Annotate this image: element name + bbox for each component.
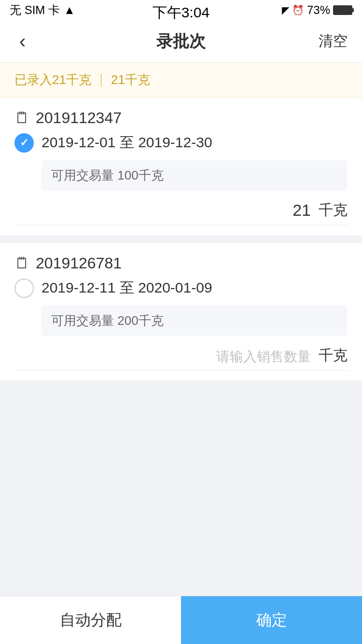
batch-card-2: 🗒 2019126781 2019-12-11 至 2020-01-09 可用交… xyxy=(0,243,362,380)
page-title: 录批次 xyxy=(156,30,206,53)
clear-button[interactable]: 清空 xyxy=(319,31,348,51)
nav-bar: ‹ 录批次 清空 xyxy=(0,20,362,63)
section-divider xyxy=(0,235,362,243)
confirm-button[interactable]: 确定 xyxy=(181,596,362,644)
batch-date-2: 2019-12-11 至 2020-01-09 xyxy=(42,278,212,298)
auto-distribute-button[interactable]: 自动分配 xyxy=(0,596,181,644)
bottom-area xyxy=(0,380,362,598)
batch-avail-1: 可用交易量 100千克 xyxy=(51,168,164,182)
location-icon: ◤ xyxy=(282,4,289,16)
bottom-buttons: 自动分配 确定 xyxy=(0,596,362,644)
info-label: 已录入21千克 xyxy=(14,71,91,88)
batch-date-1: 2019-12-01 至 2019-12-30 xyxy=(42,133,212,153)
info-value: 21千克 xyxy=(111,71,150,88)
info-separator xyxy=(101,73,101,87)
battery-icon xyxy=(333,5,352,15)
batch-date-row-2[interactable]: 2019-12-11 至 2020-01-09 xyxy=(14,278,348,298)
sim-label: 无 SIM 卡 xyxy=(10,2,60,18)
batch-avail-2: 可用交易量 200千克 xyxy=(51,313,164,328)
status-time: 下午3:04 xyxy=(153,3,209,23)
batch-qty-unit-2: 千克 xyxy=(319,346,348,365)
batch-qty-input-1[interactable] xyxy=(106,201,311,220)
doc-icon-2: 🗒 xyxy=(14,254,30,272)
back-button[interactable]: ‹ xyxy=(14,26,30,57)
batch-qty-row-2: 千克 xyxy=(14,346,348,371)
batch-id-2: 2019126781 xyxy=(36,254,122,272)
batch-avail-row-2: 可用交易量 200千克 xyxy=(42,306,348,336)
alarm-icon: ⏰ xyxy=(292,4,304,16)
batch-header-2: 🗒 2019126781 xyxy=(14,254,348,272)
batch-avail-row-1: 可用交易量 100千克 xyxy=(42,160,348,191)
status-bar: 无 SIM 卡 ▲ 下午3:04 ◤ ⏰ 73% xyxy=(0,0,362,20)
batch-header-1: 🗒 2019112347 xyxy=(14,109,348,127)
info-banner: 已录入21千克 21千克 xyxy=(0,63,362,98)
radio-2[interactable] xyxy=(14,279,34,298)
batch-qty-input-2[interactable] xyxy=(106,346,311,365)
battery-label: 73% xyxy=(307,3,330,17)
doc-icon-1: 🗒 xyxy=(14,109,30,127)
batch-card-1: 🗒 2019112347 2019-12-01 至 2019-12-30 可用交… xyxy=(0,98,362,235)
radio-1[interactable] xyxy=(14,133,34,153)
batch-date-row-1[interactable]: 2019-12-01 至 2019-12-30 xyxy=(14,133,348,153)
wifi-icon: ▲ xyxy=(64,3,75,17)
batch-id-1: 2019112347 xyxy=(36,109,122,127)
status-right: ◤ ⏰ 73% xyxy=(282,3,352,17)
status-left: 无 SIM 卡 ▲ xyxy=(10,2,75,18)
batch-qty-unit-1: 千克 xyxy=(319,200,348,220)
batch-qty-row-1: 千克 xyxy=(14,200,348,225)
